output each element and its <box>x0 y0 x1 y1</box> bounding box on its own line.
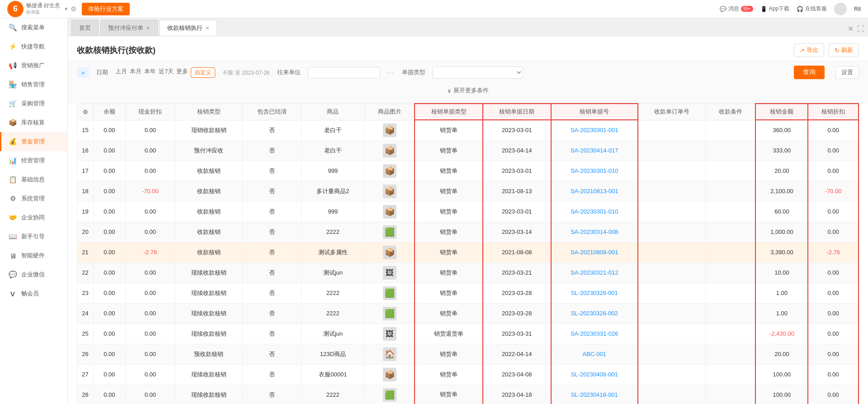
sidebar-item-marketing[interactable]: 📢 营销推广 <box>0 56 67 75</box>
date-custom-btn[interactable]: 自定义 <box>191 67 215 78</box>
td-baohan: 否 <box>242 262 301 283</box>
date-link-more[interactable]: 更多 <box>176 67 188 78</box>
window-close-icon[interactable]: ✕ <box>848 24 854 33</box>
date-link-last-month[interactable]: 上月 <box>115 67 127 78</box>
voucher-no-link[interactable]: SA-20230414-017 <box>571 147 618 154</box>
sidebar-item-wechat[interactable]: 💬 企业微信 <box>0 265 67 284</box>
td-img: 🟩 <box>365 385 415 404</box>
td-yue: 0.00 <box>94 303 126 323</box>
td-xianjin: 0.00 <box>125 303 175 323</box>
voucher-type-select[interactable] <box>433 67 523 79</box>
voucher-no-link[interactable]: SA-20230314-008 <box>571 228 618 235</box>
td-no: SA-20210808-001 <box>551 242 638 262</box>
tab-close-collection[interactable]: ✕ <box>205 25 209 31</box>
tab-prepay[interactable]: 预付冲应付单 ✕ <box>100 20 158 36</box>
sidebar-item-operations[interactable]: 📊 经营管理 <box>0 151 67 170</box>
sidebar-item-guide[interactable]: 📖 新手引导 <box>0 227 67 246</box>
settings-button[interactable]: 设置 <box>835 66 859 79</box>
finance-icon: 💰 <box>9 138 17 146</box>
sidebar-item-finance[interactable]: 💰 资金管理 <box>0 132 67 151</box>
td-id: 25 <box>77 323 94 344</box>
sidebar-item-inventory[interactable]: 📦 库存核算 <box>0 113 67 132</box>
td-order-no <box>638 385 706 404</box>
sidebar-label: 资金管理 <box>21 138 45 146</box>
td-img: 🖼 <box>365 323 415 344</box>
voucher-no-link[interactable]: ABC-001 <box>582 351 606 357</box>
td-id: 16 <box>77 140 94 161</box>
sidebar-item-purchase[interactable]: 🛒 采购管理 <box>0 94 67 113</box>
sidebar-label: 库存核算 <box>21 119 45 127</box>
td-hexiao-type: 现续收款核销 <box>175 283 242 303</box>
sidebar-item-basics[interactable]: 📋 基础信息 <box>0 170 67 189</box>
td-yue: 0.00 <box>94 140 126 161</box>
sidebar-item-nav[interactable]: ⚡ 快捷导航 <box>0 37 67 56</box>
expand-more-btn[interactable]: ∨ 展开更多条件 <box>447 86 489 95</box>
td-cond <box>706 323 756 344</box>
sidebar-item-system[interactable]: ⚙ 系统管理 <box>0 189 67 208</box>
td-voucher-type: 销货单 <box>415 283 483 303</box>
date-link-this-year[interactable]: 本年 <box>144 67 156 78</box>
td-id: 15 <box>77 120 94 140</box>
tab-home[interactable]: 首页 <box>71 20 99 36</box>
partner-more[interactable]: ··· <box>387 69 395 76</box>
sidebar-item-search[interactable]: 🔍 搜索菜单 <box>0 18 67 37</box>
message-btn[interactable]: 💬 消息 99+ <box>720 5 753 13</box>
voucher-no-link[interactable]: SL-20230408-001 <box>571 371 618 378</box>
marketing-icon: 📢 <box>9 62 17 70</box>
product-thumbnail: 🖼 <box>383 327 396 341</box>
sidebar: 🔍 搜索菜单 ⚡ 快捷导航 📢 营销推广 🏪 销售管理 🛒 采购管理 📦 库存核… <box>0 18 68 404</box>
app-download-btn[interactable]: 📱 App下载 <box>760 5 789 13</box>
voucher-no-link[interactable]: SA-20230301-001 <box>571 127 618 133</box>
query-button[interactable]: 查询 <box>794 66 825 79</box>
search-icon: 🔍 <box>9 24 17 32</box>
tab-close-prepay[interactable]: ✕ <box>146 25 150 31</box>
tab-label: 收款核销执行 <box>167 24 203 32</box>
chevron-down-icon[interactable]: ▾ <box>65 5 68 12</box>
table-row: 21 0.00 -2.76 收款核销 否 测试多属性 📦 销货单 2021-08… <box>77 242 859 262</box>
avatar[interactable] <box>834 3 847 15</box>
sidebar-label: 快捷导航 <box>21 43 45 51</box>
voucher-no-link[interactable]: SA-20230301-010 <box>571 167 618 174</box>
td-img: 📦 <box>365 201 415 222</box>
table-row: 20 0.00 0.00 收款核销 否 2222 🟩 销货单 2023-03-1… <box>77 222 859 242</box>
voucher-no-link[interactable]: SA-20230321-012 <box>571 269 618 276</box>
td-baohan: 否 <box>242 161 301 181</box>
product-thumbnail: 📦 <box>383 205 396 219</box>
date-link-7days[interactable]: 近7天 <box>159 67 174 78</box>
partner-input[interactable] <box>308 67 380 78</box>
sidebar-item-hardware[interactable]: 🖥 智能硬件 <box>0 246 67 265</box>
td-amount: -2,430.00 <box>755 323 808 344</box>
voucher-no-link[interactable]: SA-20210813-001 <box>571 188 618 195</box>
voucher-no-link[interactable]: SA-20230301-010 <box>571 208 618 215</box>
td-yue: 0.00 <box>94 201 126 222</box>
sidebar-label: 企业协同 <box>21 214 45 222</box>
sidebar-label: 采购管理 <box>21 100 45 108</box>
voucher-no-link[interactable]: SA-20230331-026 <box>571 330 618 337</box>
voucher-no-link[interactable]: SL-20230418-001 <box>571 391 618 398</box>
th-settings[interactable]: ⚙ <box>77 104 94 120</box>
td-order-no <box>638 323 706 344</box>
online-service-btn[interactable]: 🎧 在线客服 <box>797 5 827 13</box>
sidebar-label: 系统管理 <box>21 195 45 203</box>
filter-expand-btn[interactable]: » <box>77 67 89 78</box>
th-hexiao-no: 核销单据号 <box>551 104 638 120</box>
export-button[interactable]: ↗ 导出 <box>794 43 824 57</box>
refresh-button[interactable]: ↻ 刷新 <box>829 43 859 57</box>
sidebar-item-vip[interactable]: V 畅会员 <box>0 284 67 303</box>
td-cond <box>706 181 756 201</box>
td-hexiao-type: 收款核销 <box>175 161 242 181</box>
gear-icon[interactable]: ⚙ <box>71 5 76 13</box>
voucher-no-link[interactable]: SA-20210808-001 <box>571 249 618 256</box>
sidebar-item-collab[interactable]: 🤝 企业协同 <box>0 208 67 227</box>
voucher-no-link[interactable]: SL-20230328-001 <box>571 290 618 296</box>
tab-collection[interactable]: 收款核销执行 ✕ <box>160 20 217 36</box>
td-shangpin: 测试jun <box>301 262 364 283</box>
basics-icon: 📋 <box>9 176 17 184</box>
sidebar-item-sales[interactable]: 🏪 销售管理 <box>0 75 67 94</box>
td-xianjin: 0.00 <box>125 201 175 222</box>
voucher-no-link[interactable]: SL-20230328-002 <box>571 310 618 317</box>
industry-btn[interactable]: 体验行业方案 <box>82 3 130 15</box>
date-link-this-month[interactable]: 本月 <box>130 67 142 78</box>
window-maximize-icon[interactable]: ⛶ <box>857 25 864 33</box>
top-bar: 6 畅捷通·好生意 标准版 ▾ ⚙ 体验行业方案 💬 消息 99+ 📱 App下… <box>0 0 868 18</box>
